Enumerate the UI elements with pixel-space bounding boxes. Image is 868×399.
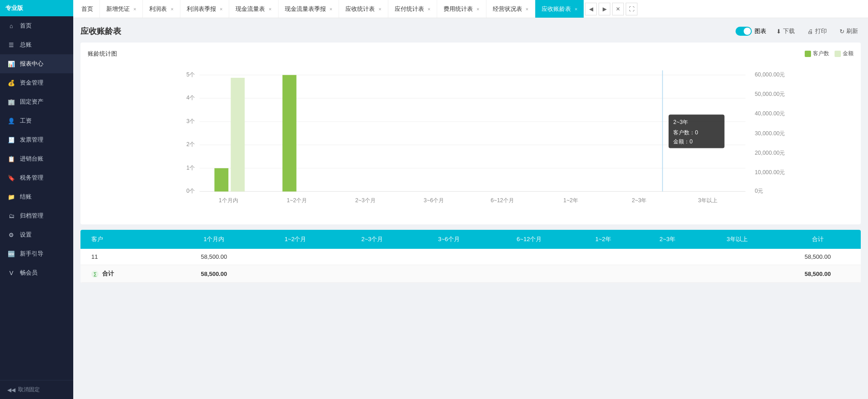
tab-close-aging[interactable]: × [575,6,577,12]
invoice-icon: 🧾 [7,136,15,144]
svg-text:2~3年: 2~3年 [632,197,646,204]
tab-close-payable-stat[interactable]: × [428,6,430,12]
legend-label-amount: 金额 [843,50,854,57]
total-icon: ∑ [91,271,99,278]
tab-profit-quarter[interactable]: 利润表季报 × [180,0,229,18]
sidebar-item-archive[interactable]: 🗂 归档管理 [0,206,73,225]
sidebar-item-label: 结账 [20,193,32,201]
cell-customer: 11 [80,249,171,265]
sidebar-item-vip[interactable]: V 畅会员 [0,263,73,282]
sidebar-item-guide[interactable]: 🆕 新手引导 [0,244,73,263]
guide-icon: 🆕 [7,250,15,258]
sidebar-item-payroll[interactable]: 👤 工资 [0,111,73,130]
cell-total-year3plus [700,265,775,283]
cell-total-month1-2 [257,265,334,283]
chart-svg-area: 5个 4个 3个 2个 1个 0个 60,000.00元 50,000.00元 … [88,63,854,217]
download-button[interactable]: ⬇ 下载 [774,25,797,37]
svg-text:3年以上: 3年以上 [698,197,717,204]
legend-color-amount [835,51,841,57]
cell-total-year1-2 [571,265,635,283]
tab-cashflow[interactable]: 现金流量表 × [229,0,278,18]
svg-text:金额：0: 金额：0 [673,138,693,145]
cell-total-month1: 58,500.00 [171,265,257,283]
sidebar-item-assets[interactable]: 🏢 固定资产 [0,92,73,111]
sidebar-item-home[interactable]: ⌂ 首页 [0,16,73,35]
legend-label-customers: 客户数 [813,50,829,57]
sidebar-item-label: 进销台账 [20,155,43,163]
tab-close-profit[interactable]: × [170,6,173,12]
svg-text:5个: 5个 [186,71,195,78]
page-title: 应收账龄表 [80,26,121,37]
svg-text:50,000.00元: 50,000.00元 [755,91,785,97]
tax-icon: 🔖 [7,174,15,182]
tab-receivable-stat[interactable]: 应收统计表 × [339,0,388,18]
unpin-sidebar-button[interactable]: ◀◀ 取消固定 [0,380,73,399]
cell-total-month2-3 [334,265,410,283]
svg-text:40,000.00元: 40,000.00元 [755,110,785,117]
tab-next-button[interactable]: ▶ [599,3,610,15]
tab-close-cashflow-quarter[interactable]: × [330,6,332,12]
bar-customers-1 [283,75,297,192]
print-button[interactable]: 🖨 打印 [805,25,830,37]
tab-operations[interactable]: 经营状况表 × [486,0,535,18]
sidebar-item-settings[interactable]: ⚙ 设置 [0,225,73,244]
cell-total-month3-6 [410,265,487,283]
svg-text:6~12个月: 6~12个月 [491,197,514,204]
tab-prev-button[interactable]: ◀ [585,3,597,15]
tab-cashflow-quarter[interactable]: 现金流量表季报 × [278,0,339,18]
chart-container: 账龄统计图 客户数 金额 5个 4个 3个 2个 1个 [80,43,861,224]
svg-text:1~2个月: 1~2个月 [287,197,307,204]
tab-close-expense-stat[interactable]: × [476,6,479,12]
chevron-left-icon: ◀◀ [7,387,15,393]
legend-color-customers [805,51,811,57]
reports-icon: 📊 [7,60,15,68]
gear-icon: ⚙ [7,231,15,239]
sidebar-item-funds[interactable]: 💰 资金管理 [0,73,73,92]
total-row: ∑ 合计 58,500.00 58,500.00 [80,265,861,283]
tab-maximize-button[interactable]: ⛶ [626,3,637,15]
tab-aging[interactable]: 应收账龄表 × [535,0,584,18]
tab-close-operations[interactable]: × [526,6,528,12]
sidebar-item-closeaccount[interactable]: 📁 结账 [0,187,73,206]
sidebar-item-ledger[interactable]: ☰ 总账 [0,35,73,54]
sidebar-item-reports[interactable]: 📊 报表中心 [0,54,73,73]
refresh-button[interactable]: ↻ 刷新 [837,25,861,37]
tab-expense-stat[interactable]: 费用统计表 × [437,0,486,18]
vip-icon: V [7,269,15,277]
sidebar-item-label: 首页 [20,22,32,30]
archive-icon: 🗂 [7,212,15,220]
sidebar-item-label: 归档管理 [20,212,43,220]
sidebar-item-label: 固定资产 [20,98,43,106]
tab-home[interactable]: 首页 [75,0,100,18]
sidebar-item-label: 新手引导 [20,250,43,258]
sidebar-item-tax[interactable]: 🔖 税务管理 [0,168,73,187]
cell-total-label: ∑ 合计 [80,265,171,283]
tab-close-profit-quarter[interactable]: × [220,6,222,12]
tab-voucher[interactable]: 新增凭证 × [100,0,143,18]
col-header-month6-12: 6~12个月 [487,230,571,249]
sidebar-item-invoice[interactable]: 🧾 发票管理 [0,130,73,149]
tab-close-receivable-stat[interactable]: × [378,6,381,12]
svg-text:30,000.00元: 30,000.00元 [755,130,785,137]
toggle-track[interactable] [736,27,752,36]
sidebar-item-label: 资金管理 [20,79,43,87]
col-header-month3-6: 3~6个月 [410,230,487,249]
tab-close-all-button[interactable]: ✕ [612,3,624,15]
cell-total: 58,500.00 [774,249,861,265]
header-actions: 图表 ⬇ 下载 🖨 打印 ↻ 刷新 [736,25,861,37]
chart-toggle[interactable]: 图表 [736,27,766,36]
sidebar-item-label: 报表中心 [20,60,43,68]
sidebar-item-label: 工资 [20,117,32,125]
tab-close-voucher[interactable]: × [133,6,136,12]
svg-text:2~3个月: 2~3个月 [355,197,376,204]
col-header-month2-3: 2~3个月 [334,230,410,249]
tab-close-cashflow[interactable]: × [269,6,271,12]
cell-month3-6 [410,249,487,265]
sidebar-item-label: 总账 [20,41,32,49]
sidebar-item-sales[interactable]: 📋 进销台账 [0,149,73,168]
page-content-area: 应收账龄表 图表 ⬇ 下载 🖨 打印 ↻ 刷新 [73,18,868,399]
cell-year2-3 [635,249,699,265]
app-logo: 专业版 [0,0,73,16]
tab-profit[interactable]: 利润表 × [143,0,180,18]
tab-payable-stat[interactable]: 应付统计表 × [388,0,437,18]
